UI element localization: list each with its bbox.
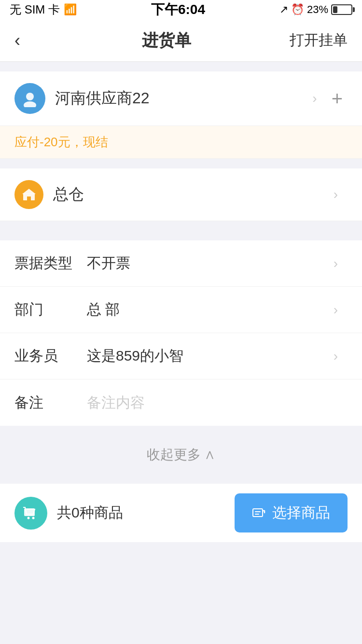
- salesperson-chevron-icon: ›: [334, 349, 338, 364]
- product-icon-circle: [14, 497, 47, 530]
- chevron-right-icon: ›: [312, 91, 317, 106]
- supplier-row[interactable]: 河南供应商22 › +: [0, 71, 362, 126]
- department-row[interactable]: 部门 总 部 ›: [0, 287, 362, 333]
- invoice-type-label: 票据类型: [14, 253, 82, 273]
- svg-marker-3: [22, 189, 36, 194]
- collapse-label: 收起更多 ∧: [147, 446, 216, 464]
- product-bar: 共0种商品 选择商品: [0, 484, 362, 542]
- svg-point-6: [28, 517, 30, 519]
- user-icon: [21, 90, 39, 107]
- warehouse-chevron-icon: ›: [334, 187, 338, 202]
- remark-label: 备注: [14, 393, 82, 413]
- invoice-type-row[interactable]: 票据类型 不开票 ›: [0, 240, 362, 287]
- section-gap-1: [0, 62, 362, 71]
- salesperson-label: 业务员: [14, 346, 82, 366]
- collapse-bar[interactable]: 收起更多 ∧: [0, 435, 362, 474]
- svg-point-0: [26, 93, 34, 100]
- open-pending-button[interactable]: 打开挂单: [290, 30, 348, 50]
- supplier-section: 河南供应商22 › + 应付-20元，现结: [0, 71, 362, 159]
- department-chevron-icon: ›: [334, 302, 338, 318]
- supplier-name: 河南供应商22: [55, 88, 312, 109]
- nav-bar: ‹ 进货单 打开挂单: [0, 19, 362, 62]
- invoice-chevron-icon: ›: [334, 256, 338, 271]
- svg-rect-8: [253, 509, 263, 517]
- remark-input[interactable]: 备注内容: [82, 393, 348, 413]
- department-value: 总 部: [82, 300, 334, 320]
- carrier-label: 无 SIM 卡: [10, 2, 60, 17]
- svg-point-1: [24, 101, 36, 107]
- status-bar: 无 SIM 卡 📶 下午6:04 ↗ ⏰ 23%: [0, 0, 362, 19]
- section-gap-3: [0, 221, 362, 231]
- remark-row[interactable]: 备注 备注内容: [0, 379, 362, 426]
- location-icon: ↗: [279, 3, 288, 16]
- add-button[interactable]: +: [327, 88, 348, 110]
- select-product-button[interactable]: 选择商品: [235, 493, 348, 532]
- supplier-avatar: [14, 83, 45, 114]
- warehouse-section: 总仓 ›: [0, 168, 362, 221]
- notice-text: 应付-20元，现结: [14, 135, 108, 149]
- svg-rect-4: [27, 196, 31, 200]
- battery-percent: 23%: [307, 3, 328, 16]
- warehouse-name: 总仓: [53, 184, 334, 205]
- page-title: 进货单: [142, 29, 191, 52]
- salesperson-value: 这是859的小智: [82, 346, 334, 366]
- salesperson-row[interactable]: 业务员 这是859的小智 ›: [0, 333, 362, 379]
- form-section: 票据类型 不开票 › 部门 总 部 › 业务员 这是859的小智 › 备注 备注…: [0, 240, 362, 426]
- wifi-icon: 📶: [64, 3, 77, 16]
- status-left: 无 SIM 卡 📶: [10, 2, 77, 17]
- cart-icon: [22, 504, 40, 522]
- warehouse-icon-circle: [14, 180, 43, 209]
- invoice-type-value: 不开票: [82, 253, 334, 273]
- alarm-icon: ⏰: [291, 3, 304, 16]
- notice-bar: 应付-20元，现结: [0, 126, 362, 159]
- status-time: 下午6:04: [151, 0, 205, 19]
- warehouse-row[interactable]: 总仓 ›: [0, 168, 362, 221]
- select-product-icon: [252, 506, 266, 520]
- battery-icon: [331, 4, 352, 15]
- back-button[interactable]: ‹: [14, 30, 43, 51]
- department-label: 部门: [14, 300, 82, 320]
- select-product-label: 选择商品: [272, 503, 330, 523]
- warehouse-icon: [21, 187, 37, 202]
- status-right: ↗ ⏰ 23%: [279, 3, 352, 16]
- section-gap-2: [0, 159, 362, 168]
- page-background: [0, 542, 362, 644]
- product-count-label: 共0种商品: [57, 503, 235, 523]
- svg-point-7: [32, 517, 35, 519]
